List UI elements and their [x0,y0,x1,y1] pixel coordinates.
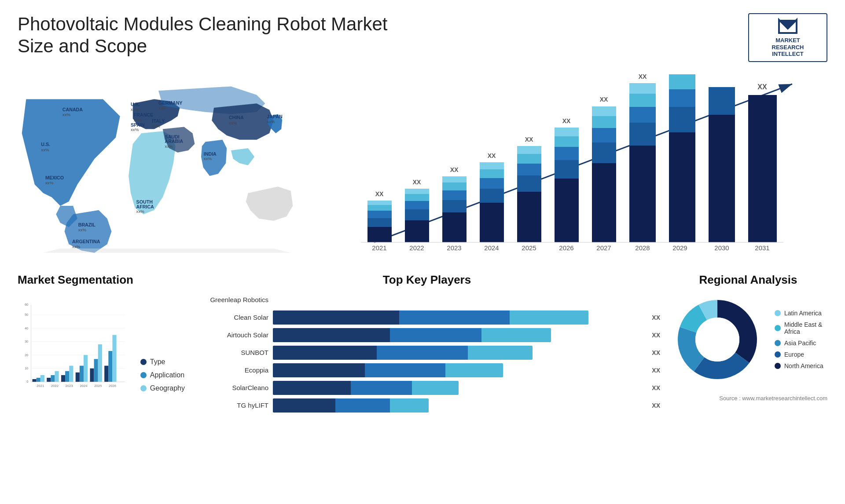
logo-text: MARKET RESEARCH INTELLECT [772,37,804,58]
legend-dot-application [140,372,147,378]
reg-dot-latin [775,310,781,316]
svg-text:ARGENTINA: ARGENTINA [72,239,100,244]
svg-rect-62 [517,164,541,175]
svg-rect-56 [480,178,504,189]
svg-text:xx%: xx% [267,119,275,124]
svg-text:BRAZIL: BRAZIL [78,222,96,227]
svg-rect-58 [480,162,504,169]
svg-text:SPAIN: SPAIN [131,122,145,127]
svg-rect-88 [709,115,735,242]
legend-label-geography: Geography [150,384,185,392]
legend-item-type: Type [140,358,185,366]
svg-text:2025: 2025 [94,383,102,387]
svg-text:AFRICA: AFRICA [136,204,154,209]
svg-text:MEXICO: MEXICO [45,175,64,180]
player-value: XX [652,314,660,321]
svg-rect-120 [40,375,44,382]
player-bar-container [273,293,660,307]
legend-item-application: Application [140,371,185,379]
player-name: Clean Solar [194,314,268,321]
svg-rect-55 [480,189,504,203]
svg-rect-133 [104,365,108,382]
svg-text:2025: 2025 [522,244,536,252]
svg-rect-122 [51,375,55,382]
svg-text:xx%: xx% [229,121,237,125]
svg-text:20: 20 [25,353,28,357]
svg-text:2031: 2031 [755,244,769,252]
svg-rect-39 [367,205,392,211]
svg-text:XX: XX [488,152,496,159]
right-panel: XX XX XX [308,71,827,269]
player-value: XX [652,402,660,409]
svg-text:2024: 2024 [80,383,88,387]
svg-rect-90 [748,95,777,242]
svg-text:0: 0 [26,380,28,383]
svg-text:2024: 2024 [484,244,499,252]
main-content: CANADA xx% U.S. xx% MEXICO xx% BRAZIL xx… [18,71,827,269]
svg-text:JAPAN: JAPAN [267,114,282,119]
player-row: TG hyLIFT XX [194,398,660,413]
svg-text:xx%: xx% [165,144,173,149]
page-title: Photovoltaic Modules Cleaning Robot Mark… [18,13,414,58]
map-section: CANADA xx% U.S. xx% MEXICO xx% BRAZIL xx… [18,71,299,256]
svg-rect-66 [555,179,579,242]
legend-label-application: Application [150,371,184,379]
svg-rect-49 [442,200,467,212]
svg-text:ARABIA: ARABIA [165,139,184,144]
segmentation-chart: 0 10 20 30 40 50 60 [18,291,132,405]
segmentation-title: Market Segmentation [18,273,185,287]
reg-label-apac: Asia Pacific [784,340,816,347]
svg-text:2026: 2026 [559,244,573,252]
svg-rect-124 [61,375,65,382]
donut-svg [669,291,766,388]
svg-rect-43 [405,209,429,220]
svg-text:XX: XX [757,83,767,91]
reg-legend-na: North America [775,362,827,369]
regional-title: Regional Analysis [669,273,827,287]
svg-rect-44 [405,201,429,209]
svg-rect-74 [592,128,616,142]
svg-text:xx%: xx% [131,107,139,112]
player-name: Greenleap Robotics [194,296,268,303]
svg-rect-64 [517,146,541,154]
svg-text:xx%: xx% [134,117,142,122]
source-text: Source : www.marketresearchintellect.com [669,395,827,402]
svg-rect-128 [80,365,84,382]
svg-text:FRANCE: FRANCE [134,112,153,117]
players-title: Top Key Players [194,273,660,287]
svg-text:2023: 2023 [66,383,73,387]
svg-rect-63 [517,154,541,164]
svg-rect-82 [629,83,656,94]
svg-rect-72 [592,163,616,242]
svg-rect-118 [32,379,36,382]
player-bar-container [273,363,644,377]
svg-text:GERMANY: GERMANY [158,100,182,106]
svg-text:XX: XX [375,190,384,197]
svg-text:2023: 2023 [447,244,461,252]
reg-legend-apac: Asia Pacific [775,340,827,347]
svg-rect-79 [629,123,656,146]
svg-rect-61 [517,175,541,192]
players-section: Top Key Players Greenleap Robotics Clean… [194,273,660,416]
svg-rect-129 [84,355,88,382]
legend-dot-geography [140,385,147,391]
svg-text:xx%: xx% [78,227,87,232]
svg-rect-126 [69,365,73,382]
svg-text:2021: 2021 [37,383,44,387]
svg-rect-68 [555,147,579,160]
svg-marker-1 [779,20,797,29]
svg-rect-73 [592,142,616,163]
svg-rect-87 [669,74,695,89]
svg-text:XX: XX [413,179,421,186]
player-value: XX [652,349,660,356]
svg-rect-123 [55,371,59,382]
segmentation-section: Market Segmentation 0 10 20 30 40 50 [18,273,185,416]
svg-rect-121 [47,378,51,382]
reg-label-latin: Latin America [784,310,822,317]
svg-text:U.S.: U.S. [41,142,50,147]
svg-text:XX: XX [600,96,608,103]
player-bar-container [273,346,644,360]
svg-rect-76 [592,106,616,116]
svg-rect-85 [669,107,695,132]
svg-text:XX: XX [639,73,647,80]
